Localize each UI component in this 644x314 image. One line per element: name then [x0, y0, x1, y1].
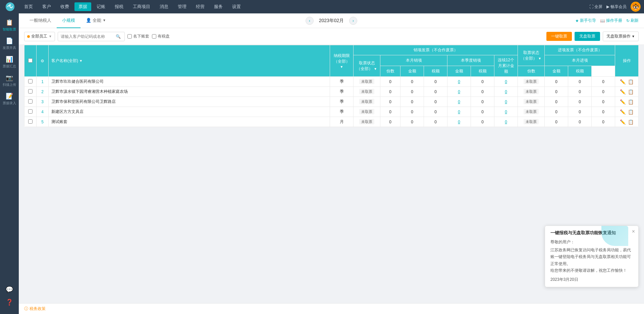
view-icon-2[interactable]: 📋	[628, 99, 634, 105]
next-month-btn[interactable]: ›	[349, 17, 357, 25]
nav-business[interactable]: 工商项目	[129, 2, 154, 11]
row-input-month-tax-4: 0	[592, 117, 615, 127]
th-sales-month-count: 份数	[380, 66, 400, 77]
view-icon-0[interactable]: 📋	[628, 79, 634, 84]
row-sales-status-4: 未取票	[354, 117, 380, 127]
current-date: 2023年02月	[316, 18, 346, 24]
edit-icon-3[interactable]: ✏️	[620, 109, 626, 115]
row-sales-month-amount-4: 0	[400, 117, 424, 127]
prev-month-btn[interactable]: ‹	[306, 17, 314, 25]
no-disk-btn[interactable]: 无盘取票	[575, 32, 600, 41]
row-check-0[interactable]	[24, 77, 37, 87]
sidebar-label-summary: 票据汇总	[3, 64, 16, 69]
row-input-month-amount-0: 0	[568, 77, 592, 87]
has-disk-checkbox[interactable]	[152, 34, 156, 39]
notification-close-btn[interactable]: ×	[632, 229, 635, 235]
sidebar-label-smart-invoice: 智能取票	[3, 27, 16, 32]
one-click-btn[interactable]: 一键取票	[546, 32, 572, 41]
row-sales-quarter-amount-2: 0	[447, 97, 471, 107]
edit-icon-1[interactable]: ✏️	[620, 89, 626, 95]
nav-tax[interactable]: 报税	[111, 2, 127, 11]
nav-operation[interactable]: 经营	[192, 2, 209, 11]
row-name-0[interactable]: 卫辉市玖玖健合医药有限公司	[49, 77, 330, 87]
guide-btn[interactable]: ★ 新手引导	[575, 18, 596, 23]
tax-policy-btn[interactable]: ⓘ 税务政策	[24, 306, 46, 312]
view-icon-3[interactable]: 📋	[628, 109, 634, 115]
manual-btn[interactable]: 📖 操作手册	[600, 18, 622, 23]
nav-service[interactable]: 服务	[210, 2, 227, 11]
sidebar: 📋 智能取票 📄 发票开具 📊 票据汇总 📷 扫描上传 📝 票据录入 💬 ❓	[0, 13, 19, 314]
nav-message[interactable]: 消息	[156, 2, 172, 11]
nav-home[interactable]: 首页	[20, 2, 37, 11]
my-account-checkbox[interactable]	[127, 34, 132, 39]
edit-icon-2[interactable]: ✏️	[620, 99, 626, 105]
tab-general-taxpayer[interactable]: 一般纳税人	[24, 13, 57, 28]
sidebar-item-open-invoice[interactable]: 📄 发票开具	[0, 35, 19, 53]
has-disk-label[interactable]: 有税盘	[152, 34, 170, 39]
row-name-2[interactable]: 卫辉市保和堂医药有限公司卫辉路店	[49, 97, 330, 107]
row-name-3[interactable]: 新建区方方文具店	[49, 107, 330, 117]
logo[interactable]	[3, 0, 17, 13]
period-filter-icon[interactable]: ▼	[340, 65, 343, 69]
view-icon-1[interactable]: 📋	[628, 89, 634, 95]
row-check-3[interactable]	[24, 107, 37, 117]
row-action-3: ✏️ 📋	[615, 107, 639, 117]
tab-small-scale[interactable]: 小规模	[57, 13, 80, 28]
search-input[interactable]	[61, 34, 114, 39]
nav-manage[interactable]: 管理	[174, 2, 191, 11]
my-account-label[interactable]: 名下账套	[127, 34, 149, 39]
edit-icon-0[interactable]: ✏️	[620, 79, 626, 84]
sidebar-item-scan[interactable]: 📷 扫描上传	[0, 71, 19, 90]
row-name-1[interactable]: 卫辉市汲水镇下园湾睿湘营木种植家庭农场	[49, 87, 330, 97]
sidebar-item-summary[interactable]: 📊 票据汇总	[0, 53, 19, 71]
th-input-group: 进项发票（不合作废票）	[545, 45, 615, 55]
nav-fee[interactable]: 收费	[56, 2, 73, 11]
edit-icon-4[interactable]: ✏️	[620, 119, 626, 125]
sidebar-label-scan: 扫描上传	[3, 82, 16, 87]
sub-tabs-right: ★ 新手引导 📖 操作手册 ↻ 刷新	[575, 18, 639, 23]
filter-icon[interactable]: ▼	[79, 59, 83, 63]
data-table: ⚙ 客户名称(全部) ▼ 纳税期限（全部） ▼ 销项发票（不合作废票） 取票状态…	[24, 45, 639, 127]
tab-all[interactable]: 👤 全能 ▼	[80, 13, 111, 28]
row-period-2: 季	[330, 97, 354, 107]
th-settings: ⚙	[37, 45, 49, 77]
nav-right: ⛶ 全屏 ▶ 畅享会员 🐯	[589, 2, 641, 12]
row-check-4[interactable]	[24, 117, 37, 127]
nav-invoice[interactable]: 票据	[74, 2, 91, 11]
sidebar-label-open-invoice: 发票开具	[3, 46, 16, 50]
sidebar-item-smart-invoice[interactable]: 📋 智能取票	[0, 16, 19, 35]
more-operations-btn[interactable]: 无盘取票操作 ▼	[603, 32, 639, 41]
employee-select[interactable]: 全部员工 ▼	[24, 32, 55, 41]
sidebar-item-entry[interactable]: 📝 票据录入	[0, 90, 19, 108]
select-all-checkbox[interactable]	[28, 58, 33, 63]
table-row: 1 卫辉市玖玖健合医药有限公司 季 未取票 0 0 0 0 0 0 未取票 0 …	[24, 77, 639, 87]
notification-popup: × 一键报税与无盘取票功能恢复通知 尊敬的用户： 江苏政务网已恢复访问电子税务局…	[545, 226, 639, 287]
sidebar-item-chat[interactable]: 💬	[0, 283, 19, 296]
row-sales-quarter-amount-1: 0	[447, 87, 471, 97]
nav-bookkeeping[interactable]: 记账	[93, 2, 109, 11]
settings-icon[interactable]: ⚙	[41, 59, 44, 63]
sales-status-filter-icon[interactable]: ▼	[374, 67, 377, 71]
user-avatar[interactable]: 🐯	[631, 2, 641, 12]
search-icon[interactable]: 🔍	[116, 34, 121, 39]
nav-settings[interactable]: 设置	[228, 2, 245, 11]
row-check-2[interactable]	[24, 97, 37, 107]
th-sales-group: 销项发票（不合作废票）	[354, 45, 518, 55]
open-invoice-icon: 📄	[6, 37, 13, 45]
row-input-month-tax-2: 0	[592, 97, 615, 107]
row-check-1[interactable]	[24, 87, 37, 97]
row-cumulative-12m-1: 0	[494, 87, 518, 97]
nav-customer[interactable]: 客户	[38, 2, 55, 11]
refresh-btn[interactable]: ↻ 刷新	[626, 18, 639, 23]
refresh-icon: ↻	[626, 18, 630, 23]
row-sales-quarter-tax-4: 0	[471, 117, 494, 127]
row-sales-month-tax-4: 0	[424, 117, 447, 127]
row-name-4[interactable]: 测试账套	[49, 117, 330, 127]
input-status-filter-icon[interactable]: ▼	[538, 57, 541, 60]
member-btn[interactable]: ▶ 畅享会员	[606, 4, 627, 10]
fullscreen-btn[interactable]: ⛶ 全屏	[589, 4, 602, 10]
sidebar-item-help[interactable]: ❓	[0, 296, 19, 309]
row-sales-quarter-tax-3: 0	[471, 107, 494, 117]
view-icon-4[interactable]: 📋	[628, 119, 634, 125]
row-action-2: ✏️ 📋	[615, 97, 639, 107]
